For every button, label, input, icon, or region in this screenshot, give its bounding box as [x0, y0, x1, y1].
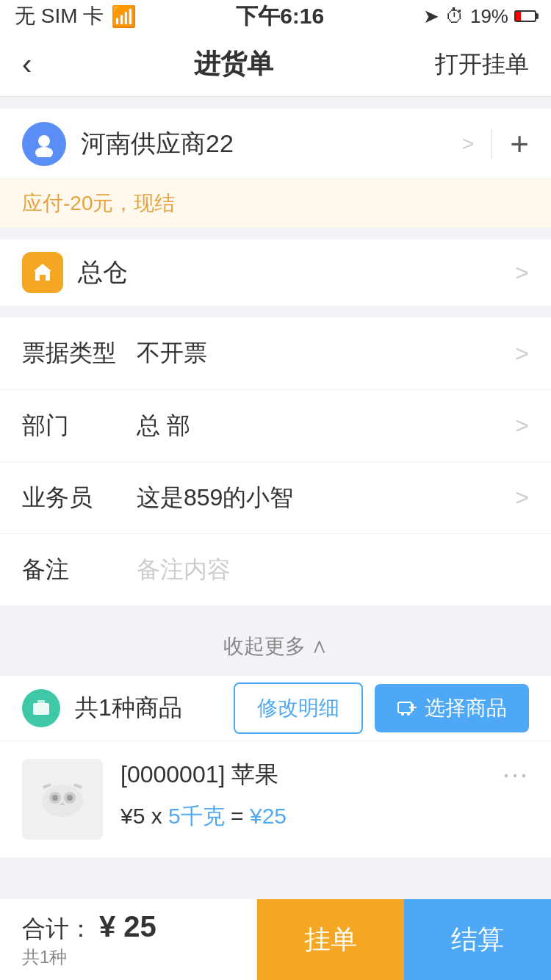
- status-left: 无 SIM 卡 📶: [15, 2, 137, 30]
- supplier-divider: [491, 129, 492, 159]
- form-row-salesman[interactable]: 业务员 这是859的小智 >: [0, 461, 551, 533]
- equals-sign: =: [231, 804, 250, 828]
- dept-value: 总 部: [125, 410, 515, 442]
- supplier-arrow-icon: >: [462, 132, 474, 156]
- supplier-name: 河南供应商22: [81, 127, 462, 161]
- quantity: 5千克: [168, 804, 225, 828]
- carrier-label: 无 SIM 卡: [15, 2, 104, 30]
- total-amount: ¥ 25: [99, 910, 156, 943]
- salesman-label: 业务员: [22, 482, 125, 514]
- warehouse-section: 总仓 >: [0, 239, 551, 306]
- svg-point-9: [407, 713, 410, 716]
- dept-arrow-icon: >: [515, 412, 529, 439]
- add-supplier-button[interactable]: +: [510, 128, 529, 160]
- supplier-section: 河南供应商22 > + 应付-20元，现结: [0, 109, 551, 228]
- svg-point-16: [67, 795, 73, 801]
- select-product-label: 选择商品: [425, 694, 507, 722]
- battery-label: 19%: [470, 5, 508, 28]
- more-options-button[interactable]: ···: [503, 759, 529, 790]
- supplier-row[interactable]: 河南供应商22 > +: [0, 109, 551, 179]
- product-section: 共1种商品 修改明细 选择商品: [0, 676, 551, 857]
- product-icon: [22, 689, 60, 727]
- product-count-label: 共1种商品: [75, 692, 234, 724]
- location-icon: ➤: [423, 5, 439, 28]
- form-row-remark[interactable]: 备注 备注内容: [0, 533, 551, 605]
- svg-point-0: [38, 135, 50, 147]
- dept-label: 部门: [22, 410, 125, 442]
- svg-point-12: [42, 785, 83, 817]
- invoice-type-label: 票据类型: [22, 337, 125, 370]
- back-button[interactable]: ‹: [22, 48, 32, 81]
- bottom-bar: 合计： ¥ 25 共1种 挂单 结算: [0, 899, 551, 980]
- product-item: [0000001] 苹果 ¥5 x 5千克 = ¥25 ···: [0, 741, 551, 857]
- svg-point-8: [401, 713, 404, 716]
- warehouse-arrow-icon: >: [515, 259, 529, 287]
- svg-point-1: [35, 147, 53, 157]
- supplier-avatar: [22, 122, 66, 166]
- product-info: [0000001] 苹果 ¥5 x 5千克 = ¥25: [120, 759, 503, 832]
- invoice-type-value: 不开票: [125, 337, 515, 370]
- total-label: 合计：: [22, 915, 93, 942]
- line-total: ¥25: [250, 804, 287, 828]
- form-section: 票据类型 不开票 > 部门 总 部 > 业务员 这是859的小智 > 备注 备注…: [0, 317, 551, 605]
- salesman-value: 这是859的小智: [125, 482, 515, 514]
- warehouse-row[interactable]: 总仓 >: [0, 239, 551, 306]
- unit-price: ¥5: [120, 804, 145, 828]
- wifi-icon: 📶: [111, 4, 137, 29]
- status-time: 下午6:16: [236, 1, 324, 32]
- status-bar: 无 SIM 卡 📶 下午6:16 ➤ ⏱ 19%: [0, 0, 551, 32]
- checkout-button[interactable]: 结算: [404, 899, 551, 980]
- form-row-dept[interactable]: 部门 总 部 >: [0, 389, 551, 461]
- select-product-button[interactable]: 选择商品: [375, 684, 529, 732]
- collapse-label: 收起更多 ∧: [223, 633, 328, 660]
- svg-marker-3: [34, 264, 51, 271]
- alarm-icon: ⏱: [445, 5, 464, 28]
- svg-rect-4: [40, 275, 46, 281]
- product-thumbnail: [22, 759, 103, 840]
- svg-point-15: [52, 795, 58, 801]
- notice-bar: 应付-20元，现结: [0, 179, 551, 228]
- edit-detail-button[interactable]: 修改明细: [234, 682, 363, 734]
- product-code: [0000001]: [120, 761, 225, 788]
- nav-bar: ‹ 进货单 打开挂单: [0, 32, 551, 97]
- collapse-bar[interactable]: 收起更多 ∧: [0, 617, 551, 676]
- svg-rect-5: [33, 703, 49, 715]
- total-sub-label: 共1种: [22, 945, 257, 969]
- invoice-arrow-icon: >: [515, 340, 529, 367]
- cart-icon: [397, 698, 417, 718]
- open-pending-button[interactable]: 打开挂单: [435, 48, 529, 81]
- salesman-arrow-icon: >: [515, 484, 529, 511]
- total-row: 合计： ¥ 25: [22, 910, 257, 945]
- page-title: 进货单: [194, 46, 273, 82]
- product-header: 共1种商品 修改明细 选择商品: [0, 676, 551, 741]
- product-price-row: ¥5 x 5千克 = ¥25: [120, 801, 503, 832]
- status-right: ➤ ⏱ 19%: [423, 5, 536, 28]
- product-title: 苹果: [231, 761, 278, 788]
- remark-placeholder: 备注内容: [125, 554, 529, 586]
- product-name: [0000001] 苹果: [120, 759, 503, 791]
- warehouse-name: 总仓: [78, 256, 515, 289]
- remark-label: 备注: [22, 554, 125, 586]
- form-row-invoice[interactable]: 票据类型 不开票 >: [0, 317, 551, 389]
- warehouse-icon: [22, 252, 63, 293]
- total-section: 合计： ¥ 25 共1种: [0, 910, 257, 969]
- svg-rect-6: [37, 700, 45, 705]
- owl-logo: [37, 777, 88, 821]
- hang-button[interactable]: 挂单: [257, 899, 404, 980]
- battery-icon: [514, 10, 536, 22]
- multiply-sign: x: [151, 804, 168, 828]
